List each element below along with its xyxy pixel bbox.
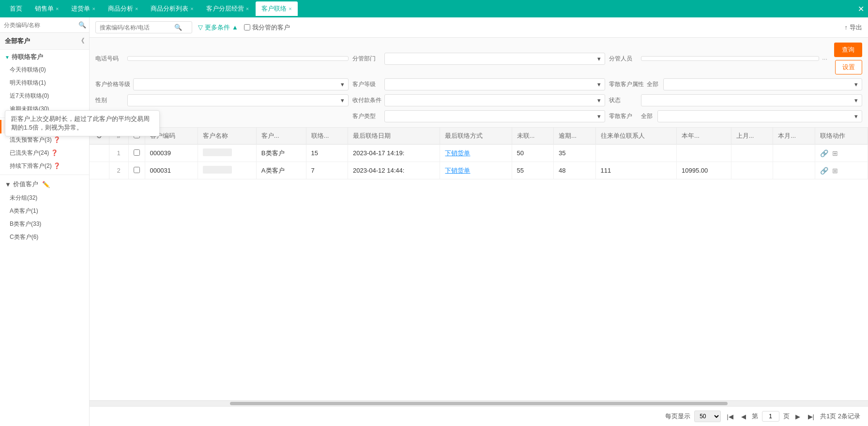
retail-customer-label: 零散客户	[609, 112, 638, 120]
table-row: 2 000031 A类客户 7 2023-04-12 14:44: 下销货单	[90, 162, 868, 179]
row2-num: 2	[109, 162, 128, 179]
my-customer-checkbox[interactable]	[244, 24, 250, 30]
all-customers-section[interactable]: 全部客户 《	[0, 33, 89, 50]
row1-grid-icon[interactable]: ⊞	[832, 149, 838, 157]
customer-level-label: 客户等级	[352, 80, 381, 88]
value-group-label: 价值客户	[13, 180, 38, 189]
price-level-select[interactable]: ▾	[133, 78, 349, 90]
row1-num: 1	[109, 145, 128, 162]
retail-customer-select[interactable]: ▾	[657, 110, 862, 122]
tab-purchase-close[interactable]: ×	[92, 6, 95, 12]
retail-customer-value: 全部	[641, 112, 653, 120]
tooltip-text: 距客户上次交易时长，超过了此客户的平均交易周期的1.5倍，则视为异常。	[90, 115, 150, 131]
tab-customer-contact[interactable]: 客户联络 ×	[256, 1, 297, 16]
customer-type-select[interactable]: ▾	[384, 110, 606, 122]
status-select[interactable]: ▾	[641, 94, 862, 106]
tab-customer-tier[interactable]: 客户分层经营 ×	[200, 1, 255, 16]
tab-home[interactable]: 首页	[4, 1, 28, 16]
row2-checkbox[interactable]	[134, 167, 140, 173]
close-all-tabs[interactable]: ✕	[858, 4, 864, 14]
tab-product-analysis-close[interactable]: ×	[135, 6, 138, 12]
row2-grid-icon[interactable]: ⊞	[832, 167, 838, 175]
tab-sales-close[interactable]: ×	[56, 6, 59, 12]
gender-label: 性别	[95, 96, 124, 104]
tab-product-list[interactable]: 商品分析列表 ×	[145, 1, 199, 16]
first-page-btn[interactable]: |◀	[725, 412, 735, 421]
per-page-select[interactable]: 50 10 20 100	[694, 411, 721, 422]
search-input[interactable]	[100, 24, 172, 31]
export-btn[interactable]: ↑ 导出	[845, 23, 863, 32]
collapse-icon[interactable]: 《	[78, 37, 84, 45]
advanced-filter: 电话号码 分管部门 ▾ 分管人员 ··· 查询 设置	[90, 38, 868, 128]
row1-link-icon[interactable]: 🔗	[820, 149, 828, 157]
more-conditions-btn[interactable]: ▽ 更多条件 ▲	[198, 23, 238, 32]
col-unit-contact: 往来单位联系人	[595, 128, 677, 145]
sidebar-item-declining[interactable]: 持续下滑客户(2) ❓	[0, 160, 89, 173]
row1-category: B类客户	[256, 145, 306, 162]
row1-actions: 🔗 ⊞	[815, 145, 868, 162]
phone-input[interactable]	[127, 56, 349, 61]
row1-checkbox[interactable]	[134, 149, 140, 156]
pending-group-label: 待联络客户	[12, 53, 43, 61]
sidebar-group-pending[interactable]: ▼ 待联络客户	[0, 50, 89, 63]
sidebar-item-a-class[interactable]: A类客户(1)	[0, 205, 89, 218]
tab-sales[interactable]: 销售单 ×	[29, 1, 64, 16]
row1-method-link[interactable]: 下销货单	[445, 149, 470, 157]
chevron-down-icon6: ▾	[597, 97, 601, 104]
settings-button[interactable]: 设置	[835, 60, 862, 74]
sidebar-item-c-class[interactable]: C类客户(6)	[0, 231, 89, 244]
sidebar-search-icon[interactable]: 🔍	[78, 21, 86, 29]
sidebar-item-7days[interactable]: 近7天待联络(0)	[0, 89, 89, 103]
sidebar-item-ungroup[interactable]: 未分组(32)	[0, 191, 89, 205]
row2-link-icon[interactable]: 🔗	[820, 167, 828, 175]
last-page-btn[interactable]: ▶|	[806, 412, 816, 421]
top-nav: 首页 销售单 × 进货单 × 商品分析 × 商品分析列表 × 客户分层经营 × …	[0, 0, 868, 17]
retail-attr-select[interactable]: ▾	[663, 78, 862, 90]
payment-select[interactable]: ▾	[384, 94, 606, 106]
row2-this-month	[773, 162, 815, 179]
customer-table: ⚙ # 客户编码 客户名称 客户... 联络... 最后联络日期 最后联络方式 …	[90, 128, 868, 179]
edit-icon[interactable]: ✏️	[42, 181, 50, 188]
row1-unit-contact	[595, 145, 677, 162]
col-category: 客户...	[256, 128, 306, 145]
sidebar-group-value[interactable]: ▼ 价值客户 ✏️	[0, 177, 89, 191]
row2-code: 000031	[145, 162, 198, 179]
sidebar-item-b-class[interactable]: B类客户(33)	[0, 218, 89, 231]
sidebar-item-lost[interactable]: 已流失客户(24) ❓	[0, 147, 89, 160]
retail-attr-label: 零散客户属性	[609, 80, 644, 88]
filter-bar: 🔍 ▽ 更多条件 ▲ 我分管的客户 ↑ 导出	[90, 17, 868, 38]
tab-product-list-close[interactable]: ×	[190, 6, 193, 12]
manager-input[interactable]	[641, 56, 819, 61]
manager-dots[interactable]: ···	[822, 55, 827, 62]
per-page-label: 每页显示	[665, 412, 690, 421]
tab-purchase[interactable]: 进货单 ×	[65, 1, 101, 16]
filter-payment: 收付款条件 ▾	[352, 94, 606, 106]
query-button[interactable]: 查询	[834, 43, 862, 57]
tab-customer-tier-close[interactable]: ×	[246, 6, 249, 12]
dept-select[interactable]: ▾	[384, 53, 606, 65]
prev-page-btn[interactable]: ◀	[739, 412, 748, 421]
horizontal-scrollbar[interactable]	[90, 400, 868, 406]
search-icon[interactable]: 🔍	[174, 24, 182, 31]
col-uncontacted: 未联...	[512, 128, 554, 145]
next-page-btn[interactable]: ▶	[793, 412, 802, 421]
page-input[interactable]	[762, 411, 779, 422]
sidebar-item-today[interactable]: 今天待联络(0)	[0, 63, 89, 76]
chevron-down-icon4: ▾	[854, 81, 858, 88]
chevron-down-icon7: ▾	[854, 97, 858, 104]
sidebar-item-tomorrow[interactable]: 明天待联络(1)	[0, 76, 89, 89]
col-this-month: 本月...	[773, 128, 815, 145]
triangle-icon: ▼	[5, 55, 10, 60]
row1-gear	[90, 145, 109, 162]
sidebar-search-input[interactable]	[4, 22, 76, 29]
chevron-down-icon5: ▾	[341, 97, 344, 104]
tab-product-analysis[interactable]: 商品分析 ×	[102, 1, 144, 16]
triangle-icon2: ▼	[5, 181, 11, 188]
tab-customer-contact-close[interactable]: ×	[289, 6, 291, 12]
col-overdue: 逾期...	[554, 128, 596, 145]
customer-level-select[interactable]: ▾	[384, 78, 606, 90]
gender-select[interactable]: ▾	[127, 94, 349, 106]
row2-method-link[interactable]: 下销货单	[445, 167, 470, 174]
row2-overdue: 48	[554, 162, 596, 179]
scrollbar-thumb[interactable]	[230, 402, 728, 405]
